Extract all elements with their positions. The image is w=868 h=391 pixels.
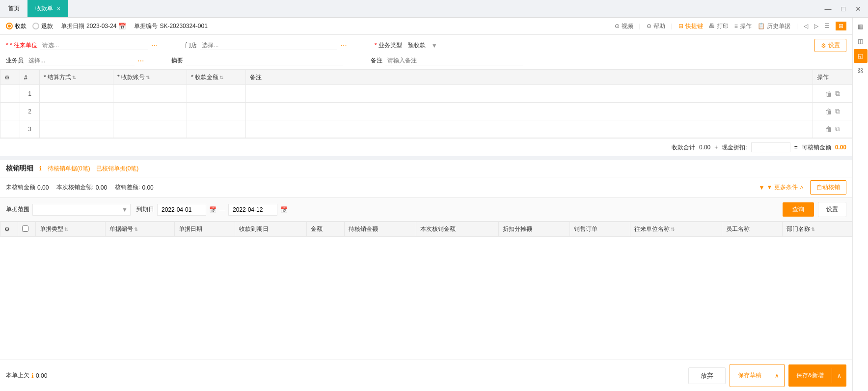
verif-summary: 未核销金额 0.00 本次核销金额: 0.00 核销差额: 0.00 ▼ ▼ 更… <box>0 177 852 198</box>
auto-verif-button[interactable]: 自动核销 <box>810 180 846 195</box>
tab-close-icon[interactable]: × <box>57 5 60 12</box>
bt-col-staff: 员工名称 <box>722 222 783 237</box>
dept-sort-icon[interactable]: ⇅ <box>811 226 815 232</box>
row1-settings <box>0 85 20 103</box>
verif-info-icon[interactable]: ℹ <box>39 165 42 172</box>
number-label: 单据编号 <box>134 22 158 30</box>
row2-remark[interactable] <box>246 103 813 120</box>
prev-button[interactable]: ◁ <box>804 23 808 29</box>
bt-select-all[interactable] <box>22 225 28 232</box>
right-sidebar: ▦ ◫ ◱ ⛓ <box>852 18 868 391</box>
video-button[interactable]: ⊙ 视频 <box>615 22 633 30</box>
grid-view-button[interactable]: ⊞ <box>836 22 846 30</box>
date-from-input[interactable] <box>157 204 206 216</box>
row2-copy-icon[interactable]: ⧉ <box>835 107 840 115</box>
row1-settle[interactable] <box>40 85 113 103</box>
row1-copy-icon[interactable]: ⧉ <box>835 89 840 98</box>
bt-col-settings[interactable]: ⚙ <box>0 222 18 237</box>
shop-input[interactable] <box>200 41 337 50</box>
shortcut-button[interactable]: ⊟ 快捷键 <box>678 22 703 30</box>
radio-receipt-label: 收款 <box>15 22 27 30</box>
minimize-button[interactable]: — <box>822 4 835 14</box>
row1-delete-icon[interactable]: 🗑 <box>825 90 832 98</box>
table-row: 2 🗑 ⧉ <box>0 103 852 120</box>
counterpart-sort-icon[interactable]: ⇅ <box>671 226 675 232</box>
row1-remark[interactable] <box>246 85 813 103</box>
verified-tab[interactable]: 已核销单据(0笔) <box>96 165 139 173</box>
radio-refund[interactable]: 退款 <box>32 22 53 30</box>
footer-info-icon[interactable]: ℹ <box>31 372 34 379</box>
save-new-button[interactable]: 保存&新增 ∧ <box>788 364 846 387</box>
bt-gear-icon[interactable]: ⚙ <box>4 226 10 233</box>
toolbar: 收款 退款 单据日期 2023-03-24 📅 单据编号 SK-20230324… <box>0 18 852 35</box>
radio-receipt[interactable]: 收款 <box>6 22 27 30</box>
bt-col-checkbox[interactable] <box>18 222 36 237</box>
date-to-icon[interactable]: 📅 <box>280 206 288 213</box>
shop-more-icon[interactable]: ··· <box>340 41 347 50</box>
calendar-icon[interactable]: 📅 <box>118 23 126 30</box>
gear-icon[interactable]: ⚙ <box>4 74 10 81</box>
counterpart-more-icon[interactable]: ··· <box>151 41 158 50</box>
sidebar-icon-3[interactable]: ◱ <box>854 49 868 63</box>
biz-type-arrow[interactable]: ▼ <box>432 42 437 49</box>
row2-num: 2 <box>20 103 40 120</box>
total-value: 0.00 <box>699 144 710 151</box>
tab-receipt[interactable]: 收款单 × <box>27 0 68 17</box>
row3-settle[interactable] <box>40 120 113 138</box>
print-button[interactable]: 🖶 打印 <box>709 22 729 30</box>
save-new-arrow[interactable]: ∧ <box>832 369 846 383</box>
summary-input[interactable] <box>186 56 343 65</box>
staff-input[interactable] <box>27 56 135 65</box>
filter-settings-button[interactable]: 设置 <box>818 202 846 217</box>
row1-account[interactable] <box>113 85 187 103</box>
settings-button[interactable]: ⚙ 设置 <box>814 39 846 52</box>
row3-amount[interactable] <box>187 120 246 138</box>
pending-tab[interactable]: 待核销单据(0笔) <box>48 165 90 173</box>
row2-amount[interactable] <box>187 103 246 120</box>
sidebar-icon-4[interactable]: ⛓ <box>854 64 868 78</box>
date-from-icon[interactable]: 📅 <box>209 206 217 213</box>
history-label: 历史单据 <box>767 22 790 30</box>
form-row-1: * * 往来单位 ··· 门店 ··· * 业务类型 预收款 ▼ <box>6 39 846 52</box>
sidebar-icon-2[interactable]: ◫ <box>854 34 868 48</box>
row2-account[interactable] <box>113 103 187 120</box>
save-draft-button[interactable]: 保存草稿 ∧ <box>730 364 785 387</box>
date-to-input[interactable] <box>228 204 277 216</box>
equals-sign: = <box>794 144 798 151</box>
type-sort-icon[interactable]: ⇅ <box>64 226 68 232</box>
account-sort-icon[interactable]: ⇅ <box>146 75 150 80</box>
bt-col-date: 单据日期 <box>175 222 235 237</box>
list-view-button[interactable]: ☰ <box>824 23 830 29</box>
row3-remark[interactable] <box>246 120 813 138</box>
row3-delete-icon[interactable]: 🗑 <box>825 125 832 133</box>
receipt-type-group: 收款 退款 <box>6 22 53 30</box>
discount-input[interactable] <box>751 142 790 152</box>
operation-button[interactable]: ≡ 操作 <box>734 22 752 30</box>
number-value: SK-20230324-001 <box>160 23 207 29</box>
counterpart-input[interactable] <box>40 41 148 50</box>
row1-amount[interactable] <box>187 85 246 103</box>
history-button[interactable]: 📋 历史单据 <box>758 22 790 30</box>
row2-delete-icon[interactable]: 🗑 <box>825 108 832 115</box>
sidebar-icon-1[interactable]: ▦ <box>854 20 868 33</box>
row3-account[interactable] <box>113 120 187 138</box>
query-button[interactable]: 查询 <box>783 202 814 217</box>
staff-field: 业务员 ··· <box>6 56 144 65</box>
remark-input[interactable] <box>385 56 523 65</box>
number-sort-icon[interactable]: ⇅ <box>134 226 138 232</box>
next-button[interactable]: ▷ <box>814 23 818 29</box>
close-button[interactable]: ✕ <box>852 4 864 14</box>
row3-copy-icon[interactable]: ⧉ <box>835 125 840 133</box>
tab-home[interactable]: 首页 <box>0 0 27 17</box>
save-draft-arrow[interactable]: ∧ <box>770 369 784 383</box>
help-button[interactable]: ⊙ 帮助 <box>647 22 665 30</box>
abandon-button[interactable]: 放弃 <box>688 367 726 384</box>
maximize-button[interactable]: □ <box>839 4 848 14</box>
staff-more-icon[interactable]: ··· <box>137 56 144 65</box>
amount-sort-icon[interactable]: ⇅ <box>219 75 223 80</box>
settle-sort-icon[interactable]: ⇅ <box>72 75 76 80</box>
range-select[interactable] <box>32 204 131 216</box>
row2-settle[interactable] <box>40 103 113 120</box>
more-conditions-button[interactable]: ▼ ▼ 更多条件 ∧ <box>759 183 804 192</box>
col-settings[interactable]: ⚙ <box>0 70 20 85</box>
